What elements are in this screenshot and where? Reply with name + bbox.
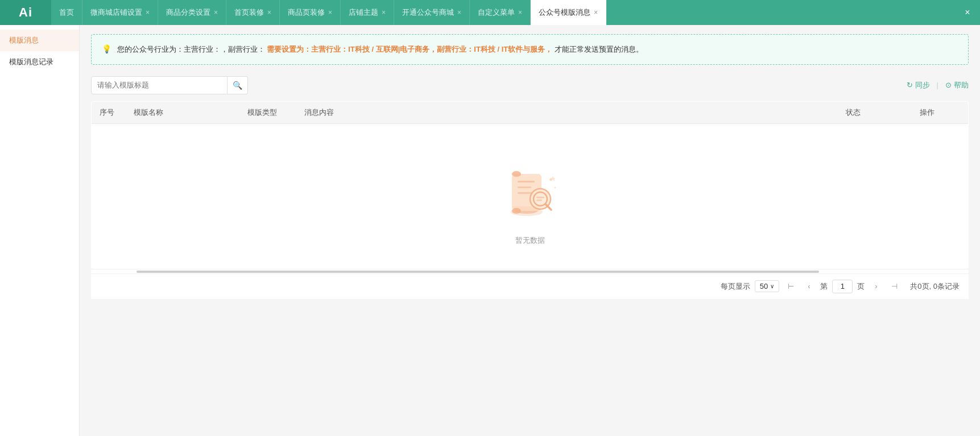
svg-rect-6 bbox=[518, 192, 532, 194]
table-header-row: 序号模版名称模版类型消息内容状态操作 bbox=[92, 101, 969, 123]
sidebar-item-template-record[interactable]: 模版消息记录 bbox=[0, 51, 79, 73]
tab-close-open-mall[interactable]: × bbox=[457, 9, 461, 16]
search-button[interactable]: 🔍 bbox=[228, 76, 248, 94]
tab-close-micro-shop[interactable]: × bbox=[146, 9, 150, 16]
svg-rect-11 bbox=[536, 200, 542, 201]
next-page-button[interactable]: › bbox=[869, 280, 883, 293]
page-size-label: 每页显示 bbox=[721, 281, 750, 292]
empty-state: 暂无数据 bbox=[92, 124, 968, 268]
last-page-button[interactable]: ⊣ bbox=[887, 280, 901, 293]
tab-open-mall[interactable]: 开通公众号商城× bbox=[394, 0, 470, 25]
page-di-label: 第 bbox=[820, 281, 828, 292]
first-page-button[interactable]: ⊢ bbox=[784, 280, 797, 293]
table-empty-row: 暂无数据 bbox=[92, 123, 969, 268]
tab-close-product-decoration[interactable]: × bbox=[328, 9, 332, 16]
table-body: 暂无数据 bbox=[92, 123, 969, 268]
table-col-index: 序号 bbox=[92, 101, 126, 123]
page-size-select[interactable]: 50 ∨ bbox=[755, 280, 779, 292]
notice-text-prefix: 您的公众号行业为：主营行业：，副营行业： bbox=[117, 45, 265, 53]
data-table: 序号模版名称模版类型消息内容状态操作 bbox=[91, 101, 969, 269]
tab-product-decoration[interactable]: 商品页装修× bbox=[280, 0, 341, 25]
sync-icon: ↻ bbox=[907, 81, 913, 89]
search-icon: 🔍 bbox=[233, 81, 242, 90]
sidebar: 模版消息模版消息记录 bbox=[0, 25, 80, 436]
table-col-type: 模版类型 bbox=[239, 101, 296, 123]
svg-rect-10 bbox=[536, 197, 544, 198]
svg-point-2 bbox=[512, 171, 521, 177]
tab-custom-menu[interactable]: 自定义菜单× bbox=[470, 0, 531, 25]
app-logo: Ai bbox=[0, 0, 51, 25]
table-col-name: 模版名称 bbox=[126, 101, 239, 123]
content-area: 💡 您的公众号行业为：主营行业：，副营行业： 需要设置为：主营行业：IT科技 /… bbox=[80, 25, 980, 436]
empty-text: 暂无数据 bbox=[515, 235, 545, 246]
tab-template-message[interactable]: 公众号模版消息× bbox=[531, 0, 606, 25]
main-layout: 模版消息模版消息记录 💡 您的公众号行业为：主营行业：，副营行业： 需要设置为：… bbox=[0, 25, 980, 436]
page-size-value: 50 bbox=[760, 282, 768, 290]
divider: | bbox=[937, 81, 938, 89]
search-bar: 🔍 ↻ 同步 | ⊙ 帮助 bbox=[91, 76, 969, 94]
tab-close-template-message[interactable]: × bbox=[594, 9, 598, 16]
help-icon: ⊙ bbox=[945, 81, 952, 89]
svg-rect-5 bbox=[518, 186, 531, 188]
table-col-action: 操作 bbox=[912, 101, 969, 123]
notice-text-suffix: 才能正常发送预置的消息。 bbox=[555, 45, 643, 53]
svg-rect-4 bbox=[518, 181, 535, 182]
prev-page-button[interactable]: ‹ bbox=[802, 280, 816, 293]
tab-home-decoration[interactable]: 首页装修× bbox=[226, 0, 280, 25]
svg-point-13 bbox=[554, 186, 556, 188]
scrollbar-thumb[interactable] bbox=[137, 271, 819, 273]
sidebar-item-template-msg[interactable]: 模版消息 bbox=[0, 30, 79, 51]
tab-close-shop-theme[interactable]: × bbox=[382, 9, 386, 16]
tab-product-category[interactable]: 商品分类设置× bbox=[158, 0, 226, 25]
notice-text-highlight: 需要设置为：主营行业：IT科技 / 互联网|电子商务，副营行业：IT科技 / I… bbox=[267, 45, 552, 53]
notice-box: 💡 您的公众号行业为：主营行业：，副营行业： 需要设置为：主营行业：IT科技 /… bbox=[91, 34, 969, 65]
tab-close-custom-menu[interactable]: × bbox=[518, 9, 522, 16]
tab-home[interactable]: 首页 bbox=[51, 0, 82, 25]
table-col-content: 消息内容 bbox=[296, 101, 838, 123]
table-col-status: 状态 bbox=[838, 101, 912, 123]
search-input[interactable] bbox=[91, 76, 228, 94]
empty-state-illustration bbox=[496, 158, 564, 226]
help-button[interactable]: ⊙ 帮助 bbox=[945, 80, 969, 90]
tab-close-home-decoration[interactable]: × bbox=[267, 9, 271, 16]
notice-icon: 💡 bbox=[102, 44, 111, 53]
horizontal-scrollbar[interactable] bbox=[91, 269, 969, 273]
tab-micro-shop[interactable]: 微商城店铺设置× bbox=[82, 0, 158, 25]
total-info: 共0页, 0条记录 bbox=[910, 281, 960, 292]
search-right: ↻ 同步 | ⊙ 帮助 bbox=[907, 80, 969, 90]
chevron-down-icon: ∨ bbox=[770, 283, 774, 289]
top-nav-bar: Ai 首页微商城店铺设置×商品分类设置×首页装修×商品页装修×店铺主题×开通公众… bbox=[0, 0, 980, 25]
page-number-input[interactable] bbox=[832, 280, 853, 293]
tab-shop-theme[interactable]: 店铺主题× bbox=[341, 0, 394, 25]
svg-point-3 bbox=[512, 208, 521, 214]
tab-list: 首页微商城店铺设置×商品分类设置×首页装修×商品页装修×店铺主题×开通公众号商城… bbox=[51, 0, 955, 25]
sync-button[interactable]: ↻ 同步 bbox=[907, 80, 930, 90]
pagination-bar: 每页显示 50 ∨ ⊢ ‹ 第 页 › ⊣ 共0页, 0条记录 bbox=[91, 273, 969, 299]
global-close-button[interactable]: × bbox=[955, 0, 980, 25]
tab-close-product-category[interactable]: × bbox=[214, 9, 218, 16]
search-left: 🔍 bbox=[91, 76, 248, 94]
page-unit-label: 页 bbox=[857, 281, 865, 292]
table-header: 序号模版名称模版类型消息内容状态操作 bbox=[92, 101, 969, 123]
